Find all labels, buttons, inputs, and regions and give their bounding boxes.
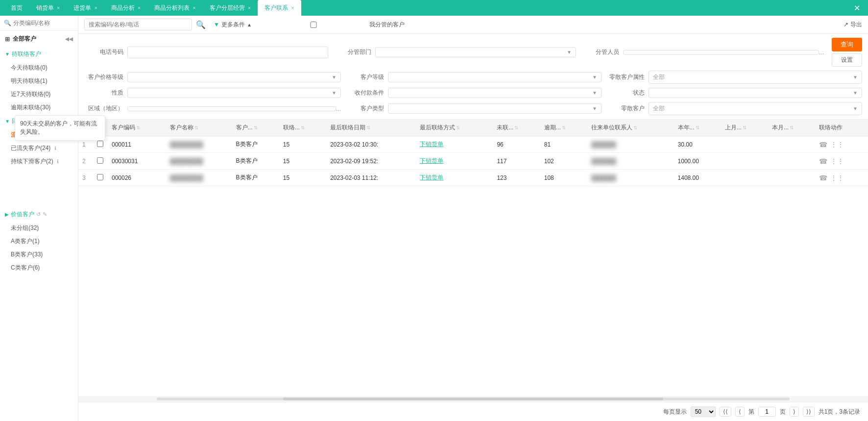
first-page-button[interactable]: ⟨⟨	[720, 407, 731, 417]
nav-close-purchase[interactable]: ×	[94, 5, 97, 11]
page-number-input[interactable]	[758, 407, 776, 417]
sidebar-item-a-class[interactable]: A类客户(1)	[0, 235, 78, 248]
th-this-year[interactable]: 本年... ⇅	[674, 120, 721, 136]
row-num: 2	[78, 153, 93, 170]
gender-select[interactable]: ▼	[127, 88, 341, 98]
my-customers-checkbox-area[interactable]: 我分管的客户	[260, 21, 405, 29]
query-button[interactable]: 查询	[832, 38, 862, 51]
nav-customer-tier[interactable]: 客户分层经营 ×	[203, 0, 258, 16]
scrollbar-thumb[interactable]	[283, 397, 663, 400]
payment-select[interactable]: ▼	[388, 88, 602, 98]
row-checkbox-cell[interactable]	[93, 170, 108, 186]
more-conditions-button[interactable]: ▼ 更多条件 ▲	[210, 21, 256, 29]
th-type[interactable]: 客户... ⇅	[232, 120, 279, 136]
area-more-button[interactable]: ...	[336, 105, 341, 112]
table-row: 3 000026 ████████ B类客户 15 2023-02-03 11:…	[78, 170, 868, 186]
nav-sales-order[interactable]: 销货单 ×	[29, 0, 67, 16]
row-checkbox-cell[interactable]	[93, 153, 108, 170]
sidebar-item-tomorrow[interactable]: 明天待联络(1)	[0, 74, 78, 88]
th-contact-person[interactable]: 往来单位联系人 ⇅	[587, 120, 674, 136]
next-page-button[interactable]: ⟩	[790, 407, 799, 417]
phone-input[interactable]	[127, 47, 328, 58]
sidebar-item-ungroup[interactable]: 未分组(32)	[0, 222, 78, 235]
setting-button[interactable]: 设置	[832, 53, 862, 67]
nav-close-contact[interactable]: ×	[291, 5, 294, 11]
th-last-date[interactable]: 最后联络日期 ⇅	[326, 120, 416, 136]
arrow-down-icon-2: ▼	[5, 119, 10, 124]
edit-icon[interactable]: ✎	[43, 211, 47, 218]
per-page-select[interactable]: 50 100	[691, 406, 716, 417]
export-button[interactable]: ↗ 导出	[844, 21, 862, 29]
th-code[interactable]: 客户编码 ⇅	[108, 120, 166, 136]
grid-icon: ⊞	[5, 36, 10, 43]
sidebar-item-c-class[interactable]: C类客户(6)	[0, 261, 78, 274]
area-select[interactable]	[127, 106, 336, 111]
nav-close-product[interactable]: ×	[138, 5, 141, 11]
row-name: ████████	[166, 170, 232, 186]
scrollbar-track[interactable]	[157, 397, 790, 400]
row-last-month	[721, 153, 768, 170]
horizontal-scrollbar[interactable]	[78, 396, 868, 402]
row-this-year: 30.00	[674, 136, 721, 153]
th-this-month[interactable]: 本月... ⇅	[768, 120, 815, 136]
th-last-month[interactable]: 上月... ⇅	[721, 120, 768, 136]
row-checkbox[interactable]	[97, 157, 103, 164]
th-last-method[interactable]: 最后联络方式 ⇅	[416, 120, 493, 136]
manager-select[interactable]	[623, 50, 819, 55]
filter-panel: 电话号码 分管部门 ▼ 分管人员 ...	[78, 34, 868, 120]
nav-close-sales[interactable]: ×	[57, 5, 60, 11]
customer-type-select[interactable]: ▼	[388, 103, 602, 114]
sidebar-all-customers[interactable]: ⊞ 全部客户 ◀◀	[0, 31, 78, 47]
prev-page-button[interactable]: ⟨	[735, 407, 745, 417]
zero-attr-select[interactable]: 全部 ▼	[649, 71, 862, 84]
th-overdue[interactable]: 逾期... ⇅	[540, 120, 587, 136]
nav-product-analysis[interactable]: 商品分析 ×	[104, 0, 147, 16]
sidebar-search-input[interactable]	[13, 20, 74, 26]
action-contact-icon[interactable]: ☎	[819, 157, 827, 165]
sidebar-item-churned[interactable]: 已流失客户(24) ℹ	[0, 142, 78, 155]
last-page-button[interactable]: ⟩⟩	[803, 407, 815, 417]
sidebar-group-pending-title[interactable]: ▼ 待联络客户	[0, 47, 78, 61]
sidebar-item-overdue[interactable]: 逾期未联络(30)	[0, 101, 78, 114]
row-customer-type: B类客户	[232, 170, 279, 186]
row-checkbox[interactable]	[97, 174, 103, 180]
sidebar-item-today[interactable]: 今天待联络(0)	[0, 61, 78, 74]
th-contact[interactable]: 联络... ⇅	[279, 120, 326, 136]
total-records-label: 共1页，3条记录	[819, 408, 860, 416]
sidebar-item-declining[interactable]: 持续下滑客户(2) ℹ	[0, 155, 78, 168]
sidebar-group-value-title[interactable]: ▶ 价值客户 ↺ ✎	[0, 207, 78, 222]
row-last-month	[721, 170, 768, 186]
row-last-method[interactable]: 下销货单	[416, 153, 493, 170]
row-actions: ☎ ⋮⋮	[815, 153, 868, 170]
search-input[interactable]	[84, 19, 192, 30]
nav-product-list[interactable]: 商品分析列表 ×	[147, 0, 202, 16]
action-more-icon[interactable]: ⋮⋮	[830, 174, 844, 182]
sidebar-item-7days[interactable]: 近7天待联络(0)	[0, 88, 78, 101]
action-contact-icon[interactable]: ☎	[819, 141, 827, 149]
nav-close-product-list[interactable]: ×	[193, 5, 195, 11]
price-level-select[interactable]: ▼	[127, 72, 341, 82]
nav-home[interactable]: 首页	[4, 0, 29, 16]
nav-purchase-order[interactable]: 进货单 ×	[67, 0, 104, 16]
row-last-method[interactable]: 下销货单	[416, 136, 493, 153]
search-button[interactable]: 🔍	[196, 20, 206, 29]
th-uncontact[interactable]: 未联... ⇅	[493, 120, 540, 136]
action-more-icon[interactable]: ⋮⋮	[830, 141, 844, 149]
window-close-button[interactable]: ✕	[850, 3, 864, 13]
th-name[interactable]: 客户名称 ⇅	[166, 120, 232, 136]
dept-select[interactable]: ▼	[375, 47, 576, 57]
nav-customer-contact[interactable]: 客户联系 ×	[258, 0, 301, 16]
nav-close-tier[interactable]: ×	[248, 5, 251, 11]
action-contact-icon[interactable]: ☎	[819, 174, 827, 182]
customer-level-select[interactable]: ▼	[388, 72, 602, 82]
row-last-method[interactable]: 下销货单	[416, 170, 493, 186]
filter-more-button[interactable]: ...	[819, 49, 824, 56]
row-checkbox[interactable]	[97, 141, 103, 147]
my-customers-checkbox[interactable]	[260, 22, 367, 28]
action-more-icon[interactable]: ⋮⋮	[830, 157, 844, 165]
status-select[interactable]: ▼	[649, 88, 862, 98]
refresh-icon[interactable]: ↺	[36, 211, 41, 218]
sidebar-item-b-class[interactable]: B类客户(33)	[0, 248, 78, 261]
zero-customer-select[interactable]: 全部 ▼	[649, 102, 862, 115]
filter-price-level: 客户价格等级 ▼	[84, 72, 341, 82]
